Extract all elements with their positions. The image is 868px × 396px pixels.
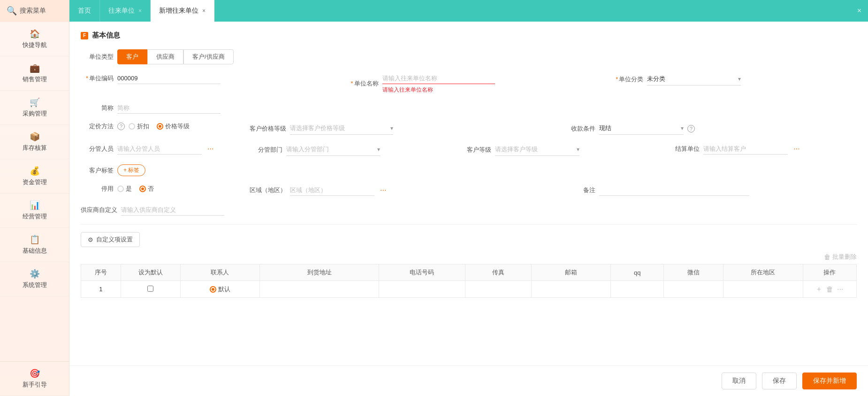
sales-icon: 💼 <box>30 63 40 73</box>
custom-settings-button[interactable]: ⚙ 自定义项设置 <box>81 232 140 247</box>
row-add-button[interactable]: ＋ <box>815 285 822 294</box>
pricing-discount-option[interactable]: 折扣 <box>129 122 149 131</box>
sidebar-item-basic[interactable]: 📋 基础信息 <box>0 228 69 262</box>
tag-row: 客户标签 + 标签 <box>81 164 857 176</box>
pricing-discount-radio[interactable] <box>129 123 135 130</box>
content-area: F 基本信息 单位类型 客户 供应商 客户/供应商 *单位编码 <box>69 22 868 365</box>
row-drag-handle[interactable]: ⋮ <box>837 287 844 292</box>
manager-more-btn[interactable]: ··· <box>206 145 215 153</box>
collection-help-icon[interactable]: ? <box>687 125 695 132</box>
customer-price-select[interactable]: 请选择客户价格等级 ▾ <box>290 122 393 135</box>
row-default-radio[interactable] <box>210 286 216 293</box>
tab-partners-close[interactable]: × <box>138 8 142 14</box>
window-close-button[interactable]: × <box>857 7 861 15</box>
customer-tag-label: 客户标签 <box>81 166 114 175</box>
pricing-row: 定价方法 ? 折扣 价格等级 <box>81 122 857 135</box>
system-icon: ⚙️ <box>30 269 40 279</box>
unit-name-input[interactable] <box>382 73 495 84</box>
collection-terms-select[interactable]: 现结 ▾ <box>599 122 684 135</box>
settlement-unit-input[interactable] <box>703 143 788 155</box>
tab-partners-label: 往来单位 <box>108 7 135 15</box>
suspend-yes-option[interactable]: 是 <box>117 185 132 193</box>
col-fax: 传真 <box>465 264 531 281</box>
tab-new-partner[interactable]: 新增往来单位 × <box>151 0 214 22</box>
sidebar-inventory-label: 库存核算 <box>23 144 47 152</box>
supplier-custom-label: 供应商自定义 <box>81 206 117 214</box>
basic-icon: 📋 <box>30 234 40 245</box>
manager-field: 分管人员 ··· <box>81 143 231 155</box>
settlement-unit-label: 结算单位 <box>667 145 700 153</box>
sidebar-item-guide[interactable]: 🎯 新手引导 <box>0 361 69 396</box>
sidebar-item-sales[interactable]: 💼 销售管理 <box>0 56 69 91</box>
pricing-level-option[interactable]: 价格等级 <box>157 122 190 131</box>
type-btn-customer[interactable]: 客户 <box>117 49 147 64</box>
region-input[interactable] <box>290 185 374 196</box>
abbreviation-input[interactable] <box>117 102 221 114</box>
section-title-text: 基本信息 <box>92 31 120 40</box>
unit-type-label: 单位类型 <box>81 53 114 61</box>
customer-level-arrow: ▾ <box>577 146 579 153</box>
type-btn-supplier[interactable]: 供应商 <box>147 49 183 64</box>
sidebar-item-purchase[interactable]: 🛒 采购管理 <box>0 91 69 125</box>
tab-partners[interactable]: 往来单位 × <box>100 0 151 22</box>
region-more-btn[interactable]: ··· <box>378 186 388 194</box>
sidebar-search-label: 搜索菜单 <box>20 7 46 15</box>
unit-code-input[interactable] <box>117 73 221 84</box>
unit-category-label: *单位分类 <box>610 75 643 84</box>
cancel-button[interactable]: 取消 <box>722 373 756 389</box>
tab-new-partner-label: 新增往来单位 <box>159 7 198 15</box>
row-default-radio-label[interactable]: 默认 <box>185 285 255 294</box>
manager-input[interactable] <box>117 143 202 155</box>
tab-home[interactable]: 首页 <box>69 0 100 22</box>
unit-name-field: *单位名称 请输入往来单位名称 <box>346 73 592 94</box>
sidebar-item-operation[interactable]: 📊 经营管理 <box>0 194 69 228</box>
customer-level-select[interactable]: 请选择客户等级 ▾ <box>495 143 579 156</box>
sidebar-item-search[interactable]: 🔍 搜索菜单 <box>0 0 69 22</box>
section-icon: F <box>81 32 88 39</box>
sidebar-item-finance[interactable]: 💰 资金管理 <box>0 159 69 194</box>
batch-delete-icon: 🗑 <box>824 253 830 261</box>
row-delete-button[interactable]: 🗑 <box>826 285 833 293</box>
region-label: 区域（地区） <box>250 186 286 194</box>
remark-input[interactable] <box>599 185 749 196</box>
tab-bar: 首页 往来单位 × 新增往来单位 × × <box>69 0 868 22</box>
batch-delete-label[interactable]: 批量删除 <box>832 253 857 261</box>
guide-icon: 🎯 <box>30 368 40 379</box>
supplier-custom-input[interactable] <box>121 204 224 216</box>
row-actions-cell: ＋ 🗑 ⋮ <box>803 281 856 298</box>
col-address: 到货地址 <box>260 264 379 281</box>
row-index: 1 <box>81 281 121 298</box>
unit-category-select[interactable]: 未分类 ▾ <box>647 73 741 85</box>
supplier-custom-field: 供应商自定义 <box>81 204 857 216</box>
save-new-button[interactable]: 保存并新增 <box>802 373 857 389</box>
row-select-checkbox[interactable] <box>147 286 153 292</box>
suspend-yes-radio[interactable] <box>117 186 124 192</box>
sidebar-item-quick-nav[interactable]: 🏠 快捷导航 <box>0 22 69 56</box>
customer-price-arrow: ▾ <box>390 125 393 132</box>
add-tag-button[interactable]: + 标签 <box>117 164 145 176</box>
department-select[interactable]: 请输入分管部门 ▾ <box>286 143 380 156</box>
sidebar-item-system[interactable]: ⚙️ 系统管理 <box>0 262 69 296</box>
remark-field: 备注 <box>563 185 857 196</box>
collection-terms-arrow: ▾ <box>681 125 684 132</box>
suspend-no-option[interactable]: 否 <box>139 185 154 193</box>
col-qq: qq <box>611 264 664 281</box>
tab-new-partner-close[interactable]: × <box>202 8 206 14</box>
type-btn-both[interactable]: 客户/供应商 <box>183 49 234 64</box>
unit-category-field: *单位分类 未分类 ▾ <box>610 73 857 85</box>
sidebar: 🔍 搜索菜单 🏠 快捷导航 💼 销售管理 🛒 采购管理 📦 库存核算 💰 资金管… <box>0 0 69 396</box>
sidebar-finance-label: 资金管理 <box>23 178 47 186</box>
sidebar-item-inventory[interactable]: 📦 库存核算 <box>0 125 69 159</box>
department-label: 分管部门 <box>250 146 282 154</box>
settlement-more-btn[interactable]: ··· <box>792 145 801 153</box>
row-default: 默认 <box>180 281 259 298</box>
abbreviation-row: 简称 <box>81 102 857 114</box>
search-icon: 🔍 <box>7 6 17 16</box>
pricing-help-icon[interactable]: ? <box>117 123 125 130</box>
pricing-level-radio[interactable] <box>157 123 163 130</box>
save-button[interactable]: 保存 <box>762 373 797 389</box>
row-contact <box>260 281 379 298</box>
suspend-no-radio[interactable] <box>139 186 146 192</box>
col-actions: 操作 <box>803 264 856 281</box>
home-icon: 🏠 <box>30 29 40 39</box>
